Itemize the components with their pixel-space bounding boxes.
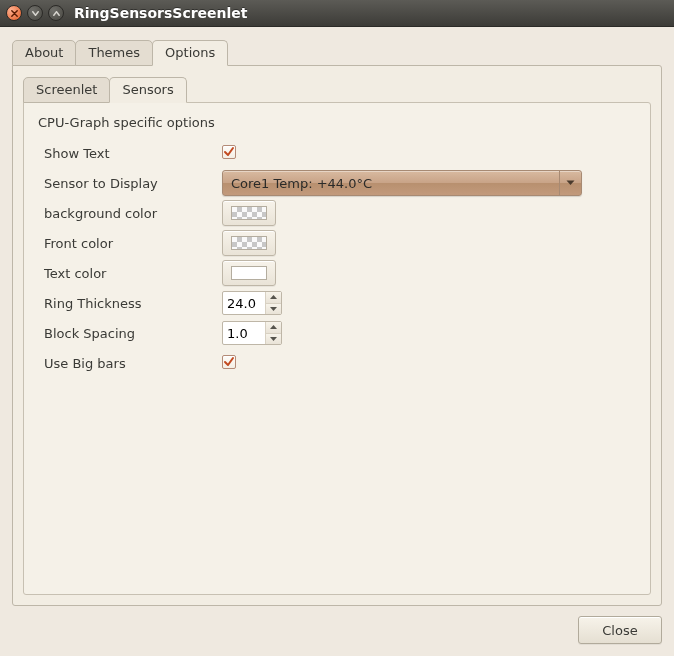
row-block-spacing: Block Spacing [38,320,636,346]
spin-block-spacing[interactable] [222,321,282,345]
chevron-up-icon [270,295,277,299]
sub-tabs-row: Screenlet Sensors [23,76,651,102]
row-show-text: Show Text [38,140,636,166]
checkbox-big-bars[interactable] [222,355,236,369]
window-body: About Themes Options Screenlet Sensors C… [0,27,674,656]
spin-down-button[interactable] [266,304,281,315]
chevron-down-icon [559,171,581,195]
combo-sensor[interactable]: Core1 Temp: +44.0°C [222,170,582,196]
check-icon [223,356,235,368]
spin-ring-thickness[interactable] [222,291,282,315]
label-block-spacing: Block Spacing [38,326,222,341]
color-swatch-icon [231,266,267,280]
window-close-button[interactable] [6,5,22,21]
row-ring-thickness: Ring Thickness [38,290,636,316]
window-minimize-button[interactable] [27,5,43,21]
colorbutton-bg[interactable] [222,200,276,226]
tab-options[interactable]: Options [152,40,228,66]
spin-up-button[interactable] [266,292,281,304]
label-big-bars: Use Big bars [38,356,222,371]
options-subnotebook: Screenlet Sensors CPU-Graph specific opt… [23,76,651,595]
spin-ring-thickness-input[interactable] [223,292,265,314]
label-sensor: Sensor to Display [38,176,222,191]
options-page: Screenlet Sensors CPU-Graph specific opt… [12,65,662,606]
chevron-down-icon [270,337,277,341]
checkbox-show-text[interactable] [222,145,236,159]
tab-themes[interactable]: Themes [75,40,153,66]
color-swatch-icon [231,236,267,250]
main-notebook: About Themes Options Screenlet Sensors C… [12,39,662,606]
row-text-color: Text color [38,260,636,286]
spin-up-button[interactable] [266,322,281,334]
window-title: RingSensorsScreenlet [74,5,248,21]
row-big-bars: Use Big bars [38,350,636,376]
color-swatch-icon [231,206,267,220]
row-front-color: Front color [38,230,636,256]
label-bg-color: background color [38,206,222,221]
spin-block-spacing-input[interactable] [223,322,265,344]
titlebar: RingSensorsScreenlet [0,0,674,27]
subtab-screenlet[interactable]: Screenlet [23,77,110,103]
main-tabs-row: About Themes Options [12,39,662,65]
row-sensor: Sensor to Display Core1 Temp: +44.0°C [38,170,636,196]
tab-about[interactable]: About [12,40,76,66]
row-bg-color: background color [38,200,636,226]
window-maximize-button[interactable] [48,5,64,21]
footer: Close [12,616,662,644]
window-buttons [6,5,64,21]
label-show-text: Show Text [38,146,222,161]
label-text-color: Text color [38,266,222,281]
label-ring-thickness: Ring Thickness [38,296,222,311]
colorbutton-front[interactable] [222,230,276,256]
label-front-color: Front color [38,236,222,251]
colorbutton-text[interactable] [222,260,276,286]
check-icon [223,146,235,158]
subtab-sensors[interactable]: Sensors [109,77,186,103]
section-title: CPU-Graph specific options [38,115,636,130]
chevron-up-icon [270,325,277,329]
combo-sensor-value: Core1 Temp: +44.0°C [223,176,559,191]
sensors-page: CPU-Graph specific options Show Text Sen… [23,102,651,595]
close-button[interactable]: Close [578,616,662,644]
spin-down-button[interactable] [266,334,281,345]
chevron-down-icon [270,307,277,311]
